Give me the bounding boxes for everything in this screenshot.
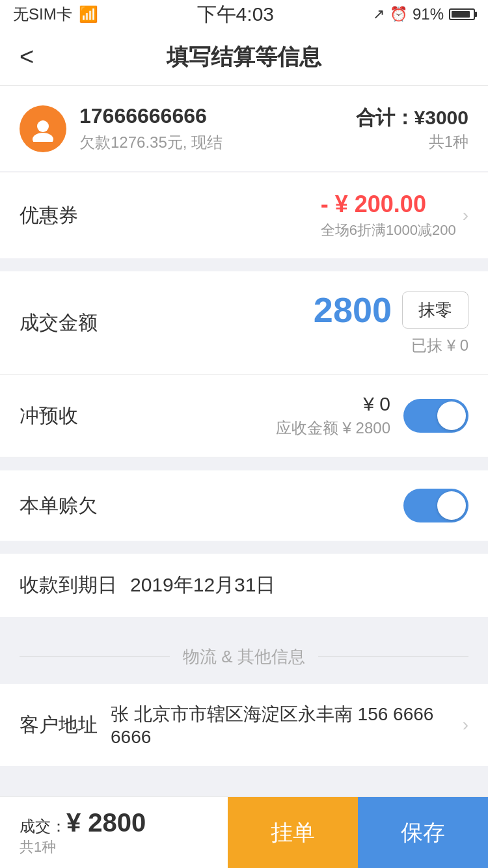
- credit-toggle-knob: [437, 491, 466, 520]
- battery-icon: [449, 8, 475, 20]
- section-divider-3: [0, 541, 488, 554]
- carrier-text: 无SIM卡: [13, 4, 72, 25]
- nav-bar: < 填写结算等信息: [0, 29, 488, 86]
- address-value: 张 北京市市辖区海淀区永丰南 156 6666 6666: [111, 702, 463, 748]
- status-left: 无SIM卡 📶: [13, 4, 98, 25]
- section-divider-4: [0, 617, 488, 630]
- transaction-value: 2800: [314, 290, 392, 330]
- bottom-count: 共1种: [20, 837, 208, 857]
- credit-toggle[interactable]: [403, 489, 468, 522]
- round-button[interactable]: 抹零: [402, 292, 468, 329]
- bottom-amount-value: ¥ 2800: [66, 808, 146, 837]
- credit-label: 本单赊欠: [20, 493, 98, 519]
- avatar: [20, 105, 66, 152]
- product-count: 共1种: [356, 131, 468, 152]
- transaction-section: 成交金额 2800 抹零 已抹 ¥ 0 冲预收 ¥ 0 应收金额 ¥ 2800: [0, 271, 488, 457]
- bottom-bar: 成交： ¥ 2800 共1种 挂单 保存: [0, 796, 488, 868]
- total-amount: 合计：¥3000: [356, 105, 468, 131]
- pending-button[interactable]: 挂单: [228, 797, 358, 868]
- svg-point-0: [37, 120, 49, 132]
- logistics-text: 物流 & 其他信息: [183, 645, 305, 668]
- address-row[interactable]: 客户地址 张 北京市市辖区海淀区永丰南 156 6666 6666 ›: [0, 684, 488, 766]
- customer-card: 17666666666 欠款1276.35元, 现结 合计：¥3000 共1种: [0, 86, 488, 171]
- coupon-row[interactable]: 优惠券 - ¥ 200.00 全场6折满1000减200 ›: [0, 172, 488, 258]
- back-button[interactable]: <: [20, 36, 47, 77]
- wifi-icon: 📶: [79, 5, 98, 23]
- address-label: 客户地址: [20, 712, 98, 739]
- due-date-label: 收款到期日: [20, 572, 117, 599]
- due-date-row: 收款到期日 2019年12月31日: [0, 554, 488, 617]
- due-date-value: 2019年12月31日: [130, 572, 275, 599]
- divider-line-left: [20, 657, 170, 657]
- amount-sub-text: 已抹 ¥ 0: [411, 335, 468, 356]
- transaction-label: 成交金额: [20, 310, 98, 336]
- chevron-right-icon: ›: [463, 205, 468, 226]
- coupon-label: 优惠券: [20, 202, 78, 229]
- main-content: 17666666666 欠款1276.35元, 现结 合计：¥3000 共1种 …: [0, 86, 488, 868]
- customer-debt: 欠款1276.35元, 现结: [79, 132, 223, 153]
- status-time: 下午4:03: [197, 1, 274, 28]
- page-title: 填写结算等信息: [167, 42, 321, 72]
- customer-phone: 17666666666: [79, 104, 223, 128]
- credit-row: 本单赊欠: [0, 470, 488, 541]
- svg-point-1: [33, 133, 53, 142]
- location-icon: ↗: [373, 6, 385, 23]
- prepay-row: 冲预收 ¥ 0 应收金额 ¥ 2800: [0, 375, 488, 457]
- logistics-divider: 物流 & 其他信息: [0, 630, 488, 684]
- prepay-amount-value: ¥ 0: [276, 393, 390, 415]
- coupon-description: 全场6折满1000减200: [321, 221, 456, 240]
- credit-section: 本单赊欠: [0, 470, 488, 541]
- section-divider-1: [0, 258, 488, 271]
- coupon-discount: - ¥ 200.00: [321, 191, 456, 218]
- save-button[interactable]: 保存: [358, 797, 488, 868]
- address-chevron-icon: ›: [463, 714, 468, 735]
- toggle-knob: [437, 401, 466, 430]
- transaction-row: 成交金额 2800 抹零 已抹 ¥ 0: [0, 271, 488, 375]
- status-right: ↗ ⏰ 91%: [373, 5, 475, 23]
- bottom-info: 成交： ¥ 2800 共1种: [0, 797, 228, 868]
- alarm-icon: ⏰: [390, 6, 407, 23]
- prepay-sub-text: 应收金额 ¥ 2800: [276, 418, 390, 439]
- bottom-transaction-label: 成交：: [20, 816, 66, 837]
- prepay-toggle[interactable]: [403, 399, 468, 433]
- prepay-label: 冲预收: [20, 403, 78, 429]
- battery-percent: 91%: [413, 5, 444, 23]
- section-divider-2: [0, 457, 488, 470]
- status-bar: 无SIM卡 📶 下午4:03 ↗ ⏰ 91%: [0, 0, 488, 29]
- divider-line-right: [318, 657, 468, 657]
